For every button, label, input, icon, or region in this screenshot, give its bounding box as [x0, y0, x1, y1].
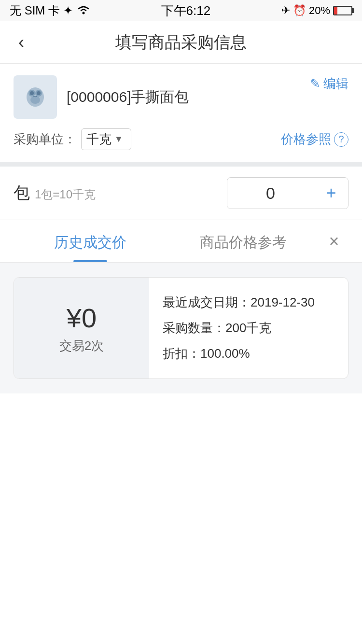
wifi-icon — [77, 4, 90, 17]
nav-bar: ‹ 填写商品采购信息 — [0, 21, 362, 64]
transaction-price: ¥0 — [67, 302, 97, 334]
product-name: [0000006]手撕面包 — [67, 87, 189, 107]
battery-percent: 20% — [309, 4, 330, 17]
price-panel: 历史成交价 商品价格参考 × ¥0 交易2次 最近成交日期：2019-12-30… — [0, 220, 362, 393]
tab-product-price-ref[interactable]: 商品价格参考 — [167, 220, 320, 262]
tab-history-price[interactable]: 历史成交价 — [14, 220, 167, 262]
tab-bar: 历史成交价 商品价格参考 × — [0, 220, 362, 263]
discount-label: 折扣： — [163, 346, 200, 361]
product-meta: 采购单位： 千克 ▼ 价格参照 ? — [14, 128, 348, 150]
transaction-date-row: 最近成交日期：2019-12-30 — [163, 293, 334, 312]
help-circle-icon: ? — [334, 132, 348, 147]
main-content: [0000006]手撕面包 ✎ 编辑 采购单位： 千克 ▼ 价格参照 ? — [0, 64, 362, 644]
recent-date-value: 2019-12-30 — [251, 295, 315, 309]
unit-select[interactable]: 千克 ▼ — [81, 128, 131, 150]
svg-point-4 — [30, 91, 34, 95]
purchase-unit: 采购单位： 千克 ▼ — [14, 128, 131, 150]
back-button[interactable]: ‹ — [14, 28, 29, 57]
section-divider — [0, 162, 362, 167]
alarm-icon: ⏰ — [293, 4, 306, 17]
status-left: 无 SIM 卡 ✦ — [10, 3, 90, 18]
status-right: ✈ ⏰ 20% — [281, 4, 352, 17]
product-left: [0000006]手撕面包 — [14, 75, 189, 119]
product-logo-icon — [21, 81, 50, 114]
product-header: [0000006]手撕面包 ✎ 编辑 — [14, 75, 348, 119]
price-ref-label: 价格参照 — [281, 131, 331, 148]
quantity-unit: 包 — [14, 182, 30, 204]
page-title: 填写商品采购信息 — [115, 31, 247, 54]
purchase-qty-label: 采购数量： — [163, 321, 225, 335]
close-panel-button[interactable]: × — [320, 231, 348, 252]
svg-point-6 — [30, 96, 40, 104]
location-icon: ✈ — [281, 4, 290, 17]
transaction-count: 交易2次 — [59, 337, 104, 354]
price-reference-button[interactable]: 价格参照 ? — [281, 131, 348, 148]
quantity-plus-button[interactable]: + — [314, 178, 348, 209]
quantity-input[interactable] — [227, 178, 314, 209]
transaction-card: ¥0 交易2次 最近成交日期：2019-12-30 采购数量：200千克 折扣：… — [14, 277, 348, 379]
transaction-details: 最近成交日期：2019-12-30 采购数量：200千克 折扣：100.00% — [149, 278, 348, 378]
unit-value: 千克 — [86, 131, 111, 148]
sim-status: 无 SIM 卡 ✦ — [10, 3, 73, 18]
quantity-label: 包 1包=10千克 — [14, 182, 96, 204]
purchase-qty-value: 200千克 — [225, 321, 271, 335]
transaction-discount-row: 折扣：100.00% — [163, 344, 334, 363]
svg-point-5 — [37, 91, 41, 95]
transaction-summary: ¥0 交易2次 — [14, 278, 149, 378]
quantity-conversion: 1包=10千克 — [35, 187, 96, 202]
status-bar: 无 SIM 卡 ✦ 下午6:12 ✈ ⏰ 20% — [0, 0, 362, 21]
quantity-control: + — [227, 177, 348, 209]
recent-date-label: 最近成交日期： — [163, 295, 251, 309]
quantity-row: 包 1包=10千克 + — [0, 167, 362, 220]
transaction-qty-row: 采购数量：200千克 — [163, 319, 334, 337]
product-image — [14, 75, 57, 119]
status-time: 下午6:12 — [161, 2, 211, 19]
purchase-unit-label: 采购单位： — [14, 131, 76, 148]
transaction-area: ¥0 交易2次 最近成交日期：2019-12-30 采购数量：200千克 折扣：… — [0, 263, 362, 393]
svg-point-0 — [82, 12, 84, 14]
edit-label: 编辑 — [323, 75, 348, 92]
edit-button[interactable]: ✎ 编辑 — [310, 75, 348, 92]
product-card: [0000006]手撕面包 ✎ 编辑 采购单位： 千克 ▼ 价格参照 ? — [0, 64, 362, 162]
edit-icon: ✎ — [310, 76, 320, 91]
discount-value: 100.00% — [200, 346, 250, 361]
battery-icon — [333, 6, 352, 15]
chevron-down-icon: ▼ — [114, 134, 123, 144]
